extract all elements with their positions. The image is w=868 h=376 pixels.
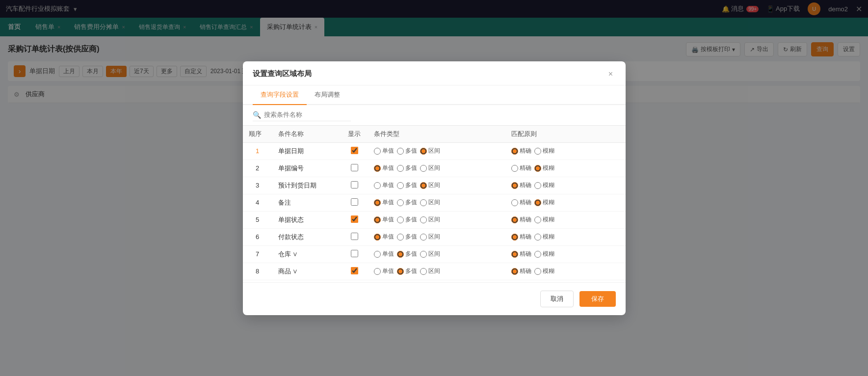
cell-type-7: 单值多值区间 — [368, 245, 505, 263]
tab-layout-adjust-label: 布局调整 — [315, 91, 340, 98]
cell-order-5: 5 — [243, 211, 272, 228]
type-option-多值[interactable]: 多值 — [397, 267, 417, 275]
type-option-多值[interactable]: 多值 — [397, 198, 417, 207]
match-option-精确[interactable]: 精确 — [511, 250, 531, 258]
type-radio-group-5: 单值多值区间 — [374, 215, 500, 224]
type-option-区间[interactable]: 区间 — [420, 181, 440, 189]
display-checkbox-7[interactable] — [351, 250, 358, 257]
match-radio-group-6: 精确模糊 — [511, 233, 620, 241]
type-option-单值[interactable]: 单值 — [374, 250, 394, 258]
save-button[interactable]: 保存 — [579, 291, 616, 307]
match-option-模糊[interactable]: 模糊 — [534, 181, 554, 189]
display-checkbox-4[interactable] — [351, 198, 358, 206]
cell-name-7: 仓库 ∨ — [272, 245, 341, 263]
cell-match-7: 精确模糊 — [505, 245, 626, 263]
match-option-模糊[interactable]: 模糊 — [534, 250, 554, 258]
cell-type-1: 单值多值区间 — [368, 142, 505, 160]
cell-name-4: 备注 — [272, 194, 341, 211]
modal-overlay: 设置查询区域布局 × 查询字段设置 布局调整 🔍 顺序 — [0, 0, 868, 376]
cell-match-2: 精确模糊 — [505, 160, 626, 177]
display-checkbox-2[interactable] — [351, 164, 358, 171]
cancel-button[interactable]: 取消 — [540, 291, 574, 307]
conditions-table: 顺序 条件名称 显示 条件类型 匹配原则 1单据日期单值多值区间精确模糊2单据编… — [243, 125, 626, 282]
match-option-精确[interactable]: 精确 — [511, 233, 531, 241]
type-option-单值[interactable]: 单值 — [374, 267, 394, 275]
search-box: 🔍 — [243, 105, 626, 125]
settings-dialog: 设置查询区域布局 × 查询字段设置 布局调整 🔍 顺序 — [243, 61, 626, 315]
cell-display-1[interactable] — [341, 142, 368, 160]
type-option-区间[interactable]: 区间 — [420, 198, 440, 207]
cell-display-6[interactable] — [341, 228, 368, 245]
type-option-多值[interactable]: 多值 — [397, 181, 417, 189]
type-option-多值[interactable]: 多值 — [397, 147, 417, 155]
match-option-精确[interactable]: 精确 — [511, 181, 531, 189]
match-option-模糊[interactable]: 模糊 — [534, 267, 554, 275]
display-checkbox-6[interactable] — [351, 233, 358, 240]
type-option-区间[interactable]: 区间 — [420, 147, 440, 155]
type-option-区间[interactable]: 区间 — [420, 250, 440, 258]
table-row: 8商品 ∨单值多值区间精确模糊 — [243, 263, 626, 280]
type-radio-group-4: 单值多值区间 — [374, 198, 500, 207]
type-option-多值[interactable]: 多值 — [397, 164, 417, 172]
match-radio-group-8: 精确模糊 — [511, 267, 620, 275]
search-input-wrap: 🔍 — [253, 111, 351, 121]
type-radio-group-6: 单值多值区间 — [374, 233, 500, 241]
match-option-模糊[interactable]: 模糊 — [534, 164, 554, 172]
cell-display-7[interactable] — [341, 245, 368, 263]
match-option-精确[interactable]: 精确 — [511, 198, 531, 207]
search-icon: 🔍 — [253, 111, 261, 119]
type-option-多值[interactable]: 多值 — [397, 215, 417, 224]
dialog-close-button[interactable]: × — [606, 69, 616, 79]
type-option-多值[interactable]: 多值 — [397, 233, 417, 241]
type-radio-group-1: 单值多值区间 — [374, 147, 500, 155]
match-option-模糊[interactable]: 模糊 — [534, 198, 554, 207]
match-radio-group-3: 精确模糊 — [511, 181, 620, 189]
cell-display-5[interactable] — [341, 211, 368, 228]
type-option-区间[interactable]: 区间 — [420, 164, 440, 172]
display-checkbox-3[interactable] — [351, 181, 358, 188]
type-option-单值[interactable]: 单值 — [374, 181, 394, 189]
match-option-模糊[interactable]: 模糊 — [534, 147, 554, 155]
type-option-区间[interactable]: 区间 — [420, 233, 440, 241]
cell-display-2[interactable] — [341, 160, 368, 177]
match-option-精确[interactable]: 精确 — [511, 267, 531, 275]
type-option-单值[interactable]: 单值 — [374, 215, 394, 224]
type-option-单值[interactable]: 单值 — [374, 198, 394, 207]
tab-query-fields[interactable]: 查询字段设置 — [253, 85, 307, 105]
display-checkbox-5[interactable] — [351, 215, 358, 223]
cell-type-6: 单值多值区间 — [368, 228, 505, 245]
table-row: 2单据编号单值多值区间精确模糊 — [243, 160, 626, 177]
display-checkbox-1[interactable] — [351, 147, 358, 154]
cell-display-4[interactable] — [341, 194, 368, 211]
type-option-单值[interactable]: 单值 — [374, 233, 394, 241]
dialog-header: 设置查询区域布局 × — [243, 61, 626, 85]
dialog-title: 设置查询区域布局 — [253, 69, 312, 79]
cell-name-6: 付款状态 — [272, 228, 341, 245]
cell-type-4: 单值多值区间 — [368, 194, 505, 211]
cell-order-8: 8 — [243, 263, 272, 280]
cell-order-2: 2 — [243, 160, 272, 177]
cell-match-5: 精确模糊 — [505, 211, 626, 228]
match-radio-group-5: 精确模糊 — [511, 215, 620, 224]
dialog-footer: 取消 保存 — [243, 282, 626, 315]
match-option-精确[interactable]: 精确 — [511, 147, 531, 155]
tab-layout-adjust[interactable]: 布局调整 — [307, 85, 348, 105]
type-option-单值[interactable]: 单值 — [374, 147, 394, 155]
type-option-区间[interactable]: 区间 — [420, 267, 440, 275]
match-option-精确[interactable]: 精确 — [511, 164, 531, 172]
match-radio-group-2: 精确模糊 — [511, 164, 620, 172]
match-option-模糊[interactable]: 模糊 — [534, 215, 554, 224]
match-option-精确[interactable]: 精确 — [511, 215, 531, 224]
type-option-多值[interactable]: 多值 — [397, 250, 417, 258]
dialog-tabs: 查询字段设置 布局调整 — [243, 85, 626, 105]
cell-order-4: 4 — [243, 194, 272, 211]
type-option-单值[interactable]: 单值 — [374, 164, 394, 172]
display-checkbox-8[interactable] — [351, 267, 358, 274]
cell-display-3[interactable] — [341, 177, 368, 194]
cell-display-8[interactable] — [341, 263, 368, 280]
type-option-区间[interactable]: 区间 — [420, 215, 440, 224]
match-option-模糊[interactable]: 模糊 — [534, 233, 554, 241]
search-input[interactable] — [264, 111, 351, 118]
cell-type-2: 单值多值区间 — [368, 160, 505, 177]
cell-order-3: 3 — [243, 177, 272, 194]
